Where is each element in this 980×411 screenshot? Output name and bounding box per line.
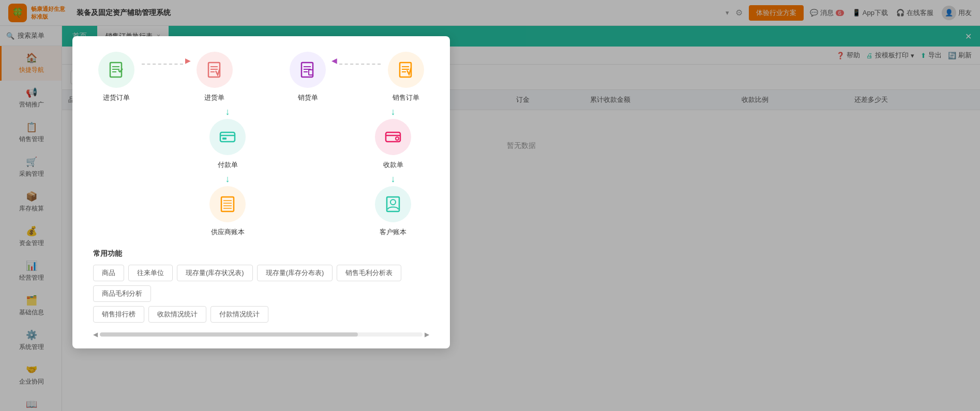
common-functions-title: 常用功能 xyxy=(93,249,429,258)
flow-node-payment[interactable]: 付款单 xyxy=(197,119,259,170)
function-buttons: 商品 往来单位 现存量(库存状况表) 现存量(库存分布表) 销售毛利分析表 商品… xyxy=(93,265,429,302)
flow-node-purchase-order[interactable]: 进货订单 xyxy=(93,52,140,102)
func-btn-inventory-dist[interactable]: 现存量(库存分布表) xyxy=(257,265,333,281)
func-btn-sales-rank[interactable]: 销售排行榜 xyxy=(93,306,144,323)
dashed-line-1 xyxy=(142,64,183,65)
flow-node-sales-bill[interactable]: 销货单 xyxy=(284,52,331,102)
sales-bill-label: 销货单 xyxy=(298,93,318,102)
arrow-down-receipt: ↓ xyxy=(391,104,396,119)
arrow-right-1: ▶ xyxy=(185,56,191,65)
arrow-sales-order-to-bill: ◀ xyxy=(331,56,383,98)
func-btn-inventory-status[interactable]: 现存量(库存状况表) xyxy=(177,265,253,281)
purchase-bill-circle xyxy=(197,52,233,88)
func-btn-sales-profit[interactable]: 销售毛利分析表 xyxy=(337,265,401,281)
flow-node-supplier-ledger[interactable]: 供应商账本 xyxy=(197,186,259,237)
arrow-down-supplier: ↓ xyxy=(225,172,230,186)
sales-order-label: 销售订单 xyxy=(393,93,419,102)
flow-second-area: ↓ 付款单 ↓ 供应商账本 xyxy=(93,104,429,237)
customer-ledger-circle xyxy=(375,186,411,222)
common-functions: 常用功能 商品 往来单位 现存量(库存状况表) 现存量(库存分布表) 销售毛利分… xyxy=(93,249,429,323)
scrollbar-thumb xyxy=(100,332,358,337)
arrow-purchase-to-bill: ▶ xyxy=(140,56,191,98)
quick-nav-modal: 进货订单 ▶ 进货单 销货单 xyxy=(72,36,450,348)
flow-node-purchase-bill[interactable]: 进货单 xyxy=(191,52,237,102)
dashed-line-2 xyxy=(339,64,381,65)
func-btn-payment-stats[interactable]: 付款情况统计 xyxy=(210,306,268,323)
payment-bill-label: 付款单 xyxy=(218,160,238,170)
flow-node-customer-ledger[interactable]: 客户账本 xyxy=(362,186,424,237)
flow-node-receipt[interactable]: 收款单 xyxy=(362,119,424,170)
svg-rect-17 xyxy=(220,132,235,142)
flow-col-receipt: ↓ 收款单 ↓ 客户账本 xyxy=(362,104,424,237)
receipt-circle xyxy=(375,119,411,155)
modal-scrollbar: ◀ ▶ xyxy=(93,331,429,338)
flow-top-row: 进货订单 ▶ 进货单 销货单 xyxy=(93,52,429,102)
payment-circle xyxy=(209,119,246,155)
sales-order-circle xyxy=(388,52,424,88)
scroll-left-arrow[interactable]: ◀ xyxy=(93,331,98,338)
arrow-down-payment: ↓ xyxy=(225,104,230,119)
svg-point-27 xyxy=(396,137,399,140)
sales-bill-circle xyxy=(290,52,326,88)
scroll-right-arrow[interactable]: ▶ xyxy=(425,331,429,338)
svg-rect-20 xyxy=(221,197,234,211)
svg-rect-19 xyxy=(222,138,227,140)
purchase-bill-label: 进货单 xyxy=(204,93,224,102)
arrow-down-customer: ↓ xyxy=(391,172,396,186)
flow-diagram: 进货订单 ▶ 进货单 销货单 xyxy=(93,52,429,237)
func-btn-product-profit[interactable]: 商品毛利分析 xyxy=(93,285,151,302)
func-btn-product[interactable]: 商品 xyxy=(93,265,124,281)
flow-col-payment: ↓ 付款单 ↓ 供应商账本 xyxy=(197,104,259,237)
supplier-ledger-circle xyxy=(209,186,246,222)
func-btn-contacts[interactable]: 往来单位 xyxy=(128,265,173,281)
purchase-order-circle xyxy=(98,52,134,88)
flow-node-sales-order[interactable]: 销售订单 xyxy=(383,52,429,102)
supplier-ledger-label: 供应商账本 xyxy=(211,227,245,237)
func-btn-receipt-stats[interactable]: 收款情况统计 xyxy=(148,306,206,323)
svg-point-29 xyxy=(390,200,396,205)
arrow-left-1: ◀ xyxy=(331,56,337,65)
scrollbar-track[interactable] xyxy=(100,332,423,337)
purchase-order-label: 进货订单 xyxy=(103,93,130,102)
function-buttons-row2: 销售排行榜 收款情况统计 付款情况统计 xyxy=(93,306,429,323)
receipt-bill-label: 收款单 xyxy=(383,160,403,170)
customer-ledger-label: 客户账本 xyxy=(380,227,406,237)
